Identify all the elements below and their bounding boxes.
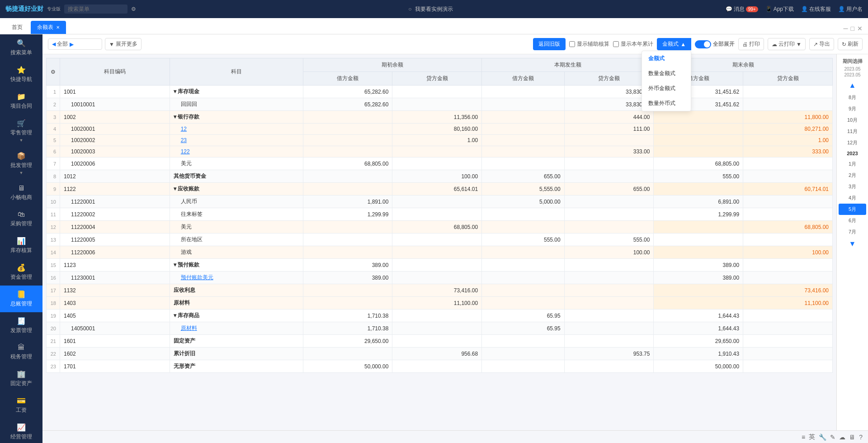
message-btn[interactable]: 💬 消息 99+ <box>726 5 758 13</box>
dropdown-item-qty-currency[interactable]: 数量外币式 <box>642 96 691 111</box>
row-num: 17 <box>47 284 60 297</box>
row-period-credit: 100.00 <box>564 246 654 259</box>
period-prev-btn[interactable]: ▲ <box>839 79 866 92</box>
row-name[interactable]: 23 <box>170 135 303 146</box>
row-num: 18 <box>47 297 60 310</box>
row-closing-debit <box>654 111 743 124</box>
show-auxiliary-label[interactable]: 显示辅助核算 <box>569 40 609 48</box>
sidebar-item-fixed-assets[interactable]: 🏢 固定资产 <box>0 365 42 392</box>
sidebar-item-purchase[interactable]: 🛍 采购管理 <box>0 206 42 232</box>
status-icon-tool[interactable]: 🔧 <box>819 433 826 441</box>
window-maximize-btn[interactable]: □ <box>851 25 854 32</box>
col-settings[interactable]: ⚙ <box>47 58 60 86</box>
all-nav-right-icon[interactable]: ▶ <box>70 41 74 48</box>
status-icon-cloud[interactable]: ☁ <box>839 433 845 441</box>
dropdown-item-qty-amount[interactable]: 数量金额式 <box>642 66 691 81</box>
sidebar-item-tax[interactable]: 🏛 税务管理 <box>0 339 42 365</box>
sidebar-item-quick-nav[interactable]: ⭐ 快捷导航 <box>0 61 42 88</box>
row-num: 10 <box>47 195 60 208</box>
dropdown-item-currency-amount[interactable]: 外币金额式 <box>642 81 691 96</box>
window-minimize-btn[interactable]: ─ <box>844 25 848 32</box>
dropdown-item-amount[interactable]: 金额式 <box>642 51 691 66</box>
window-close-btn[interactable]: ✕ <box>857 25 863 32</box>
sidebar-item-project[interactable]: 📁 项目合同 <box>0 88 42 114</box>
period-panel: 期间选择 2023.05 2023.05 ▲ 8月 9月 10月 11月 12月… <box>836 54 868 430</box>
status-icon-lang[interactable]: 英 <box>809 433 815 441</box>
sidebar-item-capital[interactable]: 💰 资金管理 <box>0 259 42 286</box>
app-download-btn[interactable]: 📱 App下载 <box>765 5 794 13</box>
period-jan[interactable]: 1月 <box>839 158 866 170</box>
settings-icon[interactable]: ⚙ <box>131 6 136 12</box>
period-aug[interactable]: 8月 <box>839 92 866 103</box>
amount-type-wrap: 金额式 ▲ 金额式 数量金额式 外币金额式 数量外币式 <box>657 38 691 50</box>
export-btn[interactable]: ↗ 导出 <box>809 38 834 50</box>
show-auxiliary-checkbox[interactable] <box>569 41 575 47</box>
row-name: 无形资产 <box>170 360 303 373</box>
table-row: 23 1701 无形资产 50,000.00 50,000.00 <box>47 360 833 373</box>
refresh-btn[interactable]: ↻ 刷新 <box>838 38 863 50</box>
row-name[interactable]: 12 <box>170 124 303 135</box>
show-ytd-label[interactable]: 显示本年累计 <box>613 40 653 48</box>
top-search-input[interactable] <box>64 5 127 14</box>
cloud-print-btn[interactable]: ☁ 云打印 ▼ <box>768 38 806 50</box>
amount-type-btn[interactable]: 金额式 ▲ <box>657 38 691 50</box>
row-name[interactable]: 122 <box>170 146 303 157</box>
period-apr[interactable]: 4月 <box>839 192 866 204</box>
sidebar-business-label: 经营管理 <box>10 433 32 441</box>
period-jul[interactable]: 7月 <box>839 226 866 238</box>
period-oct[interactable]: 10月 <box>839 114 866 126</box>
row-code: 1002 <box>60 111 170 124</box>
row-code: 10020003 <box>60 146 170 157</box>
period-mar[interactable]: 3月 <box>839 181 866 192</box>
status-icon-help[interactable]: ? <box>859 433 863 441</box>
show-ytd-checkbox[interactable] <box>613 41 619 47</box>
period-feb[interactable]: 2月 <box>839 170 866 181</box>
period-dec[interactable]: 12月 <box>839 137 866 148</box>
period-jun[interactable]: 6月 <box>839 215 866 226</box>
sidebar-item-wholesale[interactable]: 📦 批发管理 ▼ <box>0 147 42 180</box>
table-row: 5 10020002 23 1.00 1.00 <box>47 135 833 146</box>
row-name: 回回回 <box>170 98 303 111</box>
status-icon-screen[interactable]: 🖥 <box>849 433 855 441</box>
sidebar-item-ledger[interactable]: 📒 总账管理 <box>0 286 42 312</box>
period-nov[interactable]: 11月 <box>839 126 866 137</box>
row-num: 2 <box>47 98 60 111</box>
tab-home[interactable]: 首页 <box>5 21 29 34</box>
row-opening-credit: 68,805.00 <box>392 221 482 233</box>
sidebar-item-invoice[interactable]: 🧾 发票管理 <box>0 312 42 339</box>
return-old-btn[interactable]: 返回旧版 <box>533 38 566 50</box>
sidebar-item-search[interactable]: 🔍 搜索菜单 <box>0 34 42 61</box>
status-icon-edit[interactable]: ✎ <box>830 433 835 441</box>
row-period-debit: 5,000.00 <box>482 195 565 208</box>
expand-all-toggle[interactable] <box>695 40 711 48</box>
print-btn[interactable]: 🖨 打印 <box>738 38 764 50</box>
sidebar-item-retail[interactable]: 🛒 零售管理 ▼ <box>0 114 42 147</box>
row-name[interactable]: 原材料 <box>170 322 303 335</box>
status-icon-1[interactable]: ≡ <box>802 433 805 441</box>
row-closing-debit: 6,891.00 <box>654 195 743 208</box>
sidebar-item-business[interactable]: 📈 经营管理 <box>0 419 42 443</box>
expand-more-btn[interactable]: ▼ 展开更多 <box>105 38 142 50</box>
sidebar-item-salary[interactable]: 💳 工资 <box>0 392 42 419</box>
period-sep[interactable]: 9月 <box>839 103 866 114</box>
row-closing-credit <box>743 157 833 170</box>
row-closing-debit: 1,299.99 <box>654 208 743 221</box>
period-may[interactable]: 5月 <box>839 204 866 215</box>
row-name[interactable]: 预付账款美元 <box>170 272 303 284</box>
tab-balance[interactable]: 余额表 ✕ <box>31 21 66 34</box>
demo-text[interactable]: 我要看实例演示 <box>415 5 453 13</box>
online-service-btn[interactable]: 👤 在线客服 <box>801 5 831 13</box>
row-closing-credit <box>743 195 833 208</box>
period-year-2023[interactable]: 2023 <box>839 148 866 158</box>
tab-close-icon[interactable]: ✕ <box>56 25 60 30</box>
row-opening-debit: 65,282.60 <box>303 98 392 111</box>
user-avatar[interactable]: 👤 用户名 <box>838 5 863 13</box>
sidebar-tax-label: 税务管理 <box>10 353 32 361</box>
row-code: 1132 <box>60 284 170 297</box>
period-next-btn[interactable]: ▼ <box>839 238 866 250</box>
sidebar-item-inventory[interactable]: 📊 库存核算 <box>0 232 42 259</box>
purchase-icon: 🛍 <box>18 210 25 219</box>
sidebar-item-ecommerce[interactable]: 🖥 小畅电商 <box>0 180 42 206</box>
subject-search-box[interactable]: ◀ 全部 ▶ <box>48 38 102 50</box>
row-closing-debit: 29,650.00 <box>654 335 743 348</box>
